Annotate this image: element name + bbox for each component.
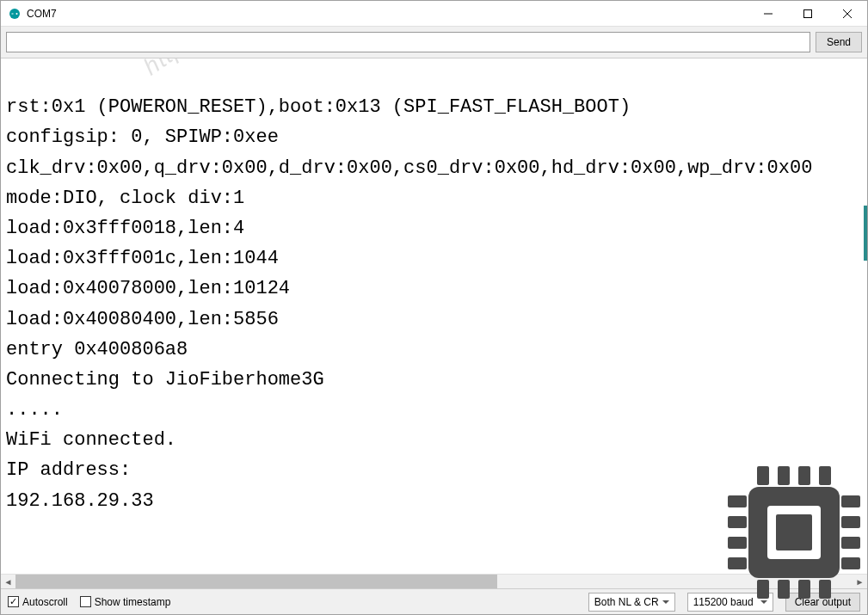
scrollbar-thumb[interactable] — [15, 575, 497, 588]
scrollbar-track[interactable] — [15, 575, 853, 588]
window-title: COM7 — [27, 8, 748, 20]
clear-output-button[interactable]: Clear output — [785, 593, 860, 612]
autoscroll-checkbox[interactable]: Autoscroll — [8, 596, 68, 608]
line-ending-value: Both NL & CR — [594, 596, 659, 608]
console-wrap: https://microdigisoft.com 12:17 pm rst:0… — [1, 58, 867, 574]
send-button[interactable]: Send — [816, 32, 862, 52]
serial-send-input[interactable] — [6, 32, 810, 52]
window-controls — [748, 1, 867, 26]
bottom-bar: Autoscroll Show timestamp Both NL & CR 1… — [1, 588, 867, 614]
checkbox-icon — [8, 596, 19, 607]
titlebar: COM7 — [1, 1, 867, 27]
horizontal-scrollbar[interactable]: ◄ ► — [1, 574, 867, 588]
serial-monitor-window: COM7 Send https://microdigisoft.com 12:1… — [0, 0, 868, 615]
minimize-button[interactable] — [748, 1, 788, 26]
maximize-button[interactable] — [788, 1, 828, 26]
show-timestamp-checkbox[interactable]: Show timestamp — [80, 596, 171, 608]
close-button[interactable] — [828, 1, 867, 26]
serial-output[interactable]: rst:0x1 (POWERON_RESET),boot:0x13 (SPI_F… — [1, 58, 867, 574]
show-timestamp-label: Show timestamp — [95, 596, 171, 608]
baud-rate-value: 115200 baud — [693, 596, 754, 608]
scroll-right-arrow-icon[interactable]: ► — [853, 575, 867, 589]
scroll-left-arrow-icon[interactable]: ◄ — [1, 575, 15, 589]
checkbox-icon — [80, 596, 91, 607]
send-row: Send — [1, 27, 867, 58]
svg-point-0 — [9, 9, 20, 19]
baud-rate-select[interactable]: 115200 baud — [687, 593, 773, 612]
arduino-app-icon — [8, 7, 22, 21]
right-edge-stripe — [864, 206, 867, 261]
svg-rect-2 — [804, 9, 812, 17]
line-ending-select[interactable]: Both NL & CR — [588, 593, 675, 612]
autoscroll-label: Autoscroll — [22, 596, 68, 608]
